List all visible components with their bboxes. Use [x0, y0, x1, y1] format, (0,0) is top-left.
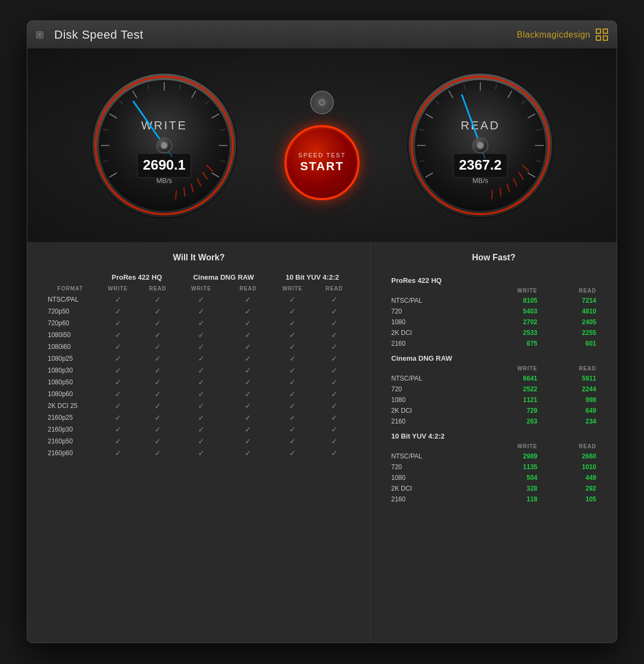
- check-cell: ✓: [138, 376, 177, 388]
- check-cell: ✓: [226, 435, 270, 447]
- table-row: 1080p60✓✓✓✓✓✓: [43, 388, 354, 400]
- col-prores: ProRes 422 HQ: [97, 271, 177, 283]
- table-row: 1080p50✓✓✓✓✓✓: [43, 376, 354, 388]
- sub-read1: READ: [138, 283, 177, 294]
- sub-format: FORMAT: [43, 283, 97, 294]
- check-cell: ✓: [177, 353, 226, 364]
- settings-button[interactable]: ⚙: [310, 91, 334, 114]
- format-cell: 1080i50: [43, 329, 97, 341]
- check-cell: ✓: [177, 341, 226, 353]
- check-cell: ✓: [177, 376, 226, 388]
- fast-value-cell: 601: [541, 338, 601, 349]
- fast-value-cell: 4810: [541, 306, 601, 317]
- format-cell: 2160p50: [43, 435, 97, 447]
- fast-col-read: READ: [541, 442, 601, 451]
- fast-value-cell: 5911: [541, 373, 601, 384]
- brand-sq-1: [596, 28, 601, 34]
- check-cell: ✓: [314, 305, 354, 317]
- fast-value-cell: 2702: [477, 317, 541, 327]
- center-controls: ⚙ SPEED TEST START: [268, 91, 376, 200]
- svg-text:WRITE: WRITE: [141, 119, 187, 132]
- start-button-sub: SPEED TEST: [298, 152, 346, 158]
- check-cell: ✓: [177, 435, 226, 447]
- fast-data-row: 2160263234: [387, 416, 601, 427]
- check-cell: ✓: [314, 294, 354, 305]
- brand-area: Blackmagicdesign: [517, 28, 608, 41]
- check-cell: ✓: [314, 435, 354, 447]
- fast-data-row: 2160675601: [387, 338, 601, 349]
- sub-write2: WRITE: [177, 283, 226, 294]
- fast-value-cell: 105: [541, 494, 601, 505]
- fast-section-name: 10 Bit YUV 4:2:2: [387, 427, 601, 442]
- fast-value-cell: 504: [477, 472, 541, 483]
- format-cell: 1080p50: [43, 376, 97, 388]
- format-cell: 1080i60: [43, 341, 97, 353]
- fast-format-cell: 2160: [387, 494, 477, 505]
- fast-value-cell: 5403: [477, 306, 541, 317]
- fast-value-cell: 1135: [477, 462, 541, 472]
- brand-sq-3: [596, 35, 601, 41]
- check-cell: ✓: [226, 294, 270, 305]
- check-cell: ✓: [270, 305, 314, 317]
- check-cell: ✓: [270, 329, 314, 341]
- check-cell: ✓: [138, 447, 177, 459]
- how-fast-title: How Fast?: [387, 253, 601, 262]
- fast-data-row: 72025222244: [387, 384, 601, 395]
- fast-data-row: 2K DCI729649: [387, 405, 601, 416]
- check-cell: ✓: [177, 424, 226, 435]
- check-cell: ✓: [138, 317, 177, 329]
- check-cell: ✓: [314, 376, 354, 388]
- fast-value-cell: 2533: [477, 327, 541, 338]
- format-cell: NTSC/PAL: [43, 294, 97, 305]
- check-cell: ✓: [270, 447, 314, 459]
- fast-format-cell: NTSC/PAL: [387, 451, 477, 462]
- check-cell: ✓: [97, 305, 139, 317]
- check-cell: ✓: [270, 364, 314, 376]
- check-cell: ✓: [314, 353, 354, 364]
- svg-point-67: [477, 142, 484, 149]
- app-title: Disk Speed Test: [54, 28, 143, 42]
- fast-value-cell: 2405: [541, 317, 601, 327]
- write-gauge-svg: WRITE 2690.1 MB/s: [89, 70, 239, 221]
- fast-format-cell: 2160: [387, 338, 477, 349]
- check-cell: ✓: [314, 400, 354, 412]
- fast-data-row: 2160118105: [387, 494, 601, 505]
- brand-name: Blackmagicdesign: [517, 30, 590, 40]
- fast-section-header: 10 Bit YUV 4:2:2: [387, 427, 601, 442]
- table-row: 720p50✓✓✓✓✓✓: [43, 305, 354, 317]
- table-row: NTSC/PAL✓✓✓✓✓✓: [43, 294, 354, 305]
- check-cell: ✓: [97, 317, 139, 329]
- write-gauge-wrapper: WRITE 2690.1 MB/s: [60, 70, 268, 221]
- sub-read3: READ: [314, 283, 354, 294]
- check-cell: ✓: [138, 435, 177, 447]
- how-fast-panel: How Fast? ProRes 422 HQWRITEREADNTSC/PAL…: [371, 242, 617, 643]
- table-row: 2160p60✓✓✓✓✓✓: [43, 447, 354, 459]
- fast-data-row: 10801121998: [387, 395, 601, 405]
- check-cell: ✓: [270, 376, 314, 388]
- fast-format-cell: 2K DCI: [387, 405, 477, 416]
- check-cell: ✓: [226, 353, 270, 364]
- check-cell: ✓: [138, 305, 177, 317]
- check-cell: ✓: [97, 388, 139, 400]
- close-button[interactable]: ×: [36, 31, 43, 39]
- fast-value-cell: 234: [541, 416, 601, 427]
- fast-value-cell: 292: [541, 483, 601, 494]
- check-cell: ✓: [177, 388, 226, 400]
- check-cell: ✓: [177, 305, 226, 317]
- sub-write1: WRITE: [97, 283, 139, 294]
- svg-text:READ: READ: [460, 119, 500, 132]
- check-cell: ✓: [97, 376, 139, 388]
- start-button[interactable]: SPEED TEST START: [284, 125, 360, 200]
- check-cell: ✓: [97, 412, 139, 424]
- app-window: × Disk Speed Test Blackmagicdesign: [27, 20, 617, 643]
- fast-format-cell: 1080: [387, 317, 477, 327]
- check-cell: ✓: [226, 400, 270, 412]
- check-cell: ✓: [270, 341, 314, 353]
- fast-col-header: WRITEREAD: [387, 442, 601, 451]
- check-cell: ✓: [314, 329, 354, 341]
- check-cell: ✓: [138, 388, 177, 400]
- check-cell: ✓: [177, 412, 226, 424]
- check-cell: ✓: [177, 447, 226, 459]
- fast-value-cell: 2255: [541, 327, 601, 338]
- check-cell: ✓: [270, 317, 314, 329]
